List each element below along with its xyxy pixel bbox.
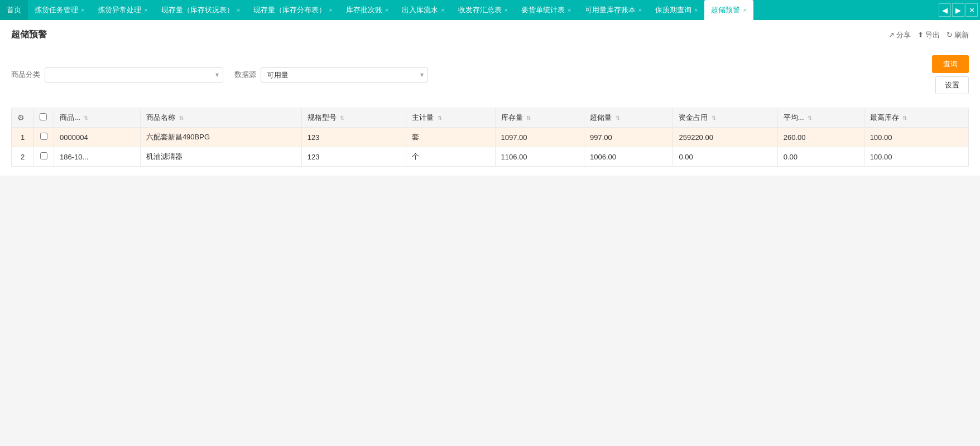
row-spec: 123 xyxy=(301,128,406,147)
th-max-inventory: 最高库存 ⇅ xyxy=(864,108,968,128)
nav-item-summary[interactable]: 收发存汇总表 × xyxy=(451,0,515,20)
th-capital: 资金占用 ⇅ xyxy=(673,108,777,128)
row-overstock: 1006.00 xyxy=(584,147,672,167)
row-checkbox-cell xyxy=(34,128,54,147)
sort-icon: ⇅ xyxy=(179,115,184,121)
datasource-label: 数据源 xyxy=(234,70,256,80)
query-button[interactable]: 查询 xyxy=(932,55,969,73)
select-all-checkbox[interactable] xyxy=(40,113,47,120)
th-inventory: 库存量 ⇅ xyxy=(495,108,584,128)
nav-item-inventory-dist[interactable]: 现存量（库存分布表） × xyxy=(247,0,339,20)
page-title-bar: 超储预警 ↗ 分享 ⬆ 导出 ↻ 刷新 xyxy=(11,29,969,41)
nav-item-exception[interactable]: 拣货异常处理 × xyxy=(91,0,154,20)
row-spec: 123 xyxy=(301,147,406,167)
sort-icon: ⇅ xyxy=(808,115,812,121)
page-title: 超储预警 xyxy=(11,29,47,41)
row-max-inventory: 100.00 xyxy=(864,128,968,147)
row-product-code: 186-10... xyxy=(54,147,141,167)
th-product-name: 商品名称 ⇅ xyxy=(140,108,301,128)
row-product-code: 0000004 xyxy=(54,128,141,147)
th-checkbox xyxy=(34,108,54,128)
close-icon[interactable]: × xyxy=(144,7,147,13)
th-unit: 主计量 ⇅ xyxy=(406,108,495,128)
close-icon[interactable]: × xyxy=(694,7,698,13)
sort-icon: ⇅ xyxy=(438,115,442,121)
nav-item-overstock[interactable]: 超储预警 × xyxy=(704,0,753,20)
sort-icon: ⇅ xyxy=(616,115,620,121)
nav-item-home[interactable]: 首页 xyxy=(0,0,28,20)
top-nav: 首页 拣货任务管理 × 拣货异常处理 × 现存量（库存状况表） × 现存量（库存… xyxy=(0,0,980,20)
sort-icon: ⇅ xyxy=(84,115,88,121)
datasource-select-wrapper: 可用量 库存量 xyxy=(261,67,428,83)
refresh-button[interactable]: ↻ 刷新 xyxy=(947,30,969,40)
row-avg: 260.00 xyxy=(777,128,864,147)
th-spec: 规格型号 ⇅ xyxy=(301,108,406,128)
close-icon[interactable]: × xyxy=(81,7,84,13)
category-label: 商品分类 xyxy=(11,70,40,80)
category-select-wrapper xyxy=(45,67,223,83)
row-settings-cell: 1 xyxy=(12,128,34,147)
nav-item-task-mgmt[interactable]: 拣货任务管理 × xyxy=(28,0,91,20)
title-actions: ↗ 分享 ⬆ 导出 ↻ 刷新 xyxy=(888,30,969,40)
close-icon[interactable]: × xyxy=(505,7,508,13)
row-capital: 0.00 xyxy=(673,147,777,167)
table-body: 1 0000004 六配套新昌490BPG 123 套 1097.00 997.… xyxy=(12,128,969,167)
sort-icon: ⇅ xyxy=(712,115,716,121)
row-product-name: 机油滤清器 xyxy=(140,147,301,167)
nav-item-batch[interactable]: 库存批次账 × xyxy=(339,0,395,20)
row-checkbox-cell xyxy=(34,147,54,167)
datasource-filter: 数据源 可用量 库存量 xyxy=(234,67,428,83)
nav-item-quality[interactable]: 保质期查询 × xyxy=(648,0,704,20)
nav-next-arrow[interactable]: ▶ xyxy=(952,3,964,17)
th-product-code: 商品... ⇅ xyxy=(54,108,141,128)
export-icon: ⬆ xyxy=(917,31,924,39)
nav-item-requisition[interactable]: 要货单统计表 × xyxy=(515,0,578,20)
close-icon[interactable]: × xyxy=(237,7,240,13)
row-checkbox[interactable] xyxy=(40,133,47,140)
nav-item-available[interactable]: 可用量库存账本 × xyxy=(578,0,648,20)
share-button[interactable]: ↗ 分享 xyxy=(888,30,911,40)
nav-close-arrow[interactable]: ✕ xyxy=(965,3,978,17)
close-icon[interactable]: × xyxy=(385,7,388,13)
row-overstock: 997.00 xyxy=(584,128,672,147)
row-checkbox[interactable] xyxy=(40,152,47,159)
row-inventory: 1106.00 xyxy=(495,147,584,167)
th-avg: 平均... ⇅ xyxy=(777,108,864,128)
nav-item-inventory-status[interactable]: 现存量（库存状况表） × xyxy=(155,0,247,20)
row-unit: 套 xyxy=(406,128,495,147)
table-row: 2 186-10... 机油滤清器 123 个 1106.00 1006.00 … xyxy=(12,147,969,167)
settings-button[interactable]: 设置 xyxy=(935,76,969,94)
close-icon[interactable]: × xyxy=(441,7,444,13)
table-row: 1 0000004 六配套新昌490BPG 123 套 1097.00 997.… xyxy=(12,128,969,147)
sort-icon: ⇅ xyxy=(526,115,531,121)
row-product-name: 六配套新昌490BPG xyxy=(140,128,301,147)
row-settings-cell: 2 xyxy=(12,147,34,167)
share-icon: ↗ xyxy=(888,31,895,39)
row-unit: 个 xyxy=(406,147,495,167)
row-avg: 0.00 xyxy=(777,147,864,167)
close-icon[interactable]: × xyxy=(568,7,571,13)
row-inventory: 1097.00 xyxy=(495,128,584,147)
sort-icon: ⇅ xyxy=(340,115,344,121)
row-max-inventory: 100.00 xyxy=(864,147,968,167)
close-icon[interactable]: × xyxy=(329,7,332,13)
page-content: 超储预警 ↗ 分享 ⬆ 导出 ↻ 刷新 商品分类 xyxy=(0,20,980,176)
export-button[interactable]: ⬆ 导出 xyxy=(917,30,940,40)
nav-prev-arrow[interactable]: ◀ xyxy=(939,3,951,17)
refresh-icon: ↻ xyxy=(947,31,953,39)
nav-arrows: ◀ ▶ ✕ xyxy=(939,3,980,17)
close-icon[interactable]: × xyxy=(638,7,642,13)
category-select[interactable] xyxy=(45,67,223,83)
category-filter: 商品分类 xyxy=(11,67,223,83)
gear-icon[interactable]: ⚙ xyxy=(17,113,25,122)
data-table: ⚙ 商品... ⇅ 商品名称 ⇅ 规格型号 ⇅ 主计量 xyxy=(11,108,969,167)
row-capital: 259220.00 xyxy=(673,128,777,147)
datasource-select[interactable]: 可用量 库存量 xyxy=(261,67,428,83)
th-settings: ⚙ xyxy=(12,108,34,128)
close-icon[interactable]: × xyxy=(743,7,746,13)
table-header: ⚙ 商品... ⇅ 商品名称 ⇅ 规格型号 ⇅ 主计量 xyxy=(12,108,969,128)
sort-icon: ⇅ xyxy=(902,115,907,121)
nav-item-flow[interactable]: 出入库流水 × xyxy=(395,0,451,20)
th-overstock: 超储量 ⇅ xyxy=(584,108,672,128)
filter-row: 商品分类 数据源 可用量 库存量 查询 设置 xyxy=(11,50,969,100)
